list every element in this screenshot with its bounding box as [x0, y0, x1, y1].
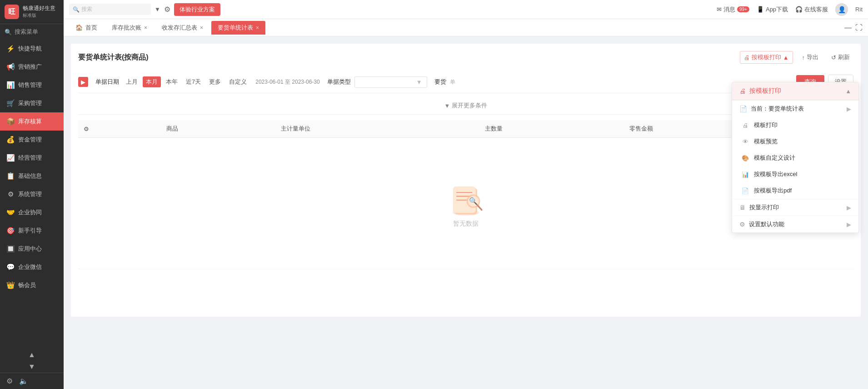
refresh-button[interactable]: ↺ 刷新	[828, 51, 853, 63]
topbar: 🔍 搜索 ▼ ⚙ 体验行业方案 ✉ 消息 99+ 📱 App下载 🎧 在线客服 …	[64, 0, 868, 19]
template-print-icon: 🖨	[741, 122, 749, 129]
default-setting-icon: ⚙	[739, 221, 745, 228]
dropdown-chevron-up-icon: ▲	[845, 88, 851, 95]
display-print-item[interactable]: 🖥 按显示打印 ▶	[732, 199, 858, 216]
print-button[interactable]: 🖨 按模板打印 ▲	[740, 51, 793, 64]
sidebar-item-wechat[interactable]: 💬 企业微信	[0, 258, 64, 276]
export-excel-icon: 📊	[741, 171, 749, 178]
message-btn[interactable]: ✉ 消息 99+	[717, 5, 749, 14]
online-service-btn[interactable]: 🎧 在线客服	[795, 5, 828, 14]
sidebar-scroll-up[interactable]: ▲	[0, 349, 64, 361]
appstore-icon: 🔲	[6, 245, 15, 253]
date-buttons: 上月 本月 本年 近7天 更多 自定义	[123, 76, 250, 87]
marketing-icon: 📢	[6, 63, 15, 71]
date-btn-last7[interactable]: 近7天	[183, 76, 204, 87]
filter-date-section: 单据日期 上月 本月 本年 近7天 更多 自定义 2023-06-01 至 20…	[95, 76, 320, 87]
promo-button[interactable]: 体验行业方案	[174, 3, 220, 16]
template-print-item[interactable]: 🖨 模板打印	[732, 117, 858, 133]
expand-more-button[interactable]: ▼ 展开更多条件	[435, 100, 497, 111]
message-icon: ✉	[717, 6, 722, 13]
sidebar-search[interactable]: 🔍 搜索菜单	[0, 24, 64, 40]
topbar-dropdown-icon[interactable]: ▼	[155, 6, 160, 13]
username-label: Rit	[855, 6, 863, 13]
guide-icon: 🎯	[6, 227, 15, 235]
purchase-icon: 🛒	[6, 99, 15, 107]
date-range-label: 2023-06-01 至 2023-06-30	[255, 78, 319, 86]
template-preview-item[interactable]: 👁 模板预览	[732, 133, 858, 150]
sidebar-item-finance[interactable]: 💰 资金管理	[0, 131, 64, 149]
sidebar-item-member[interactable]: 👑 畅会员	[0, 276, 64, 294]
main-area: 🔍 搜索 ▼ ⚙ 体验行业方案 ✉ 消息 99+ 📱 App下载 🎧 在线客服 …	[64, 0, 868, 389]
export-pdf-item[interactable]: 📄 按模板导出pdf	[732, 182, 858, 199]
minimize-button[interactable]: —	[844, 24, 852, 32]
sidebar-item-quick-nav[interactable]: ⚡ 快捷导航	[0, 40, 64, 58]
sidebar-nav: ⚡ 快捷导航 📢 营销推广 📊 销售管理 🛒 采购管理 📦 库存核算 💰 资金管…	[0, 40, 64, 349]
message-badge: 99+	[737, 6, 749, 12]
sales-icon: 📊	[6, 81, 15, 89]
sidebar-item-guide[interactable]: 🎯 新手引导	[0, 222, 64, 240]
footer-sound-icon[interactable]: 🔈	[19, 377, 28, 385]
printer-icon: 🖨	[744, 54, 750, 61]
tab-close-order-stats[interactable]: ×	[256, 25, 259, 31]
export-excel-item[interactable]: 📊 按模板导出excel	[732, 166, 858, 182]
sidebar-item-inventory[interactable]: 📦 库存核算	[0, 112, 64, 131]
page-title: 要货单统计表(按商品)	[78, 53, 149, 62]
tab-order-stats[interactable]: 要货单统计表 ×	[211, 21, 265, 35]
display-print-chevron: ▶	[847, 204, 851, 211]
current-chevron-icon: ▶	[847, 106, 851, 112]
topbar-settings-icon[interactable]: ⚙	[164, 5, 170, 14]
topbar-right: ✉ 消息 99+ 📱 App下载 🎧 在线客服 👤 Rit	[717, 3, 863, 16]
finance-icon: 💰	[6, 136, 15, 144]
export-button[interactable]: ↑ 导出	[798, 51, 823, 63]
tab-receipt-summary[interactable]: 收发存汇总表 ×	[155, 21, 210, 35]
empty-illustration: 🔍	[443, 179, 489, 220]
sidebar-scroll-down[interactable]: ▼	[0, 361, 64, 373]
print-dropdown-header[interactable]: 🖨 按模板打印 ▲	[732, 82, 858, 100]
sidebar-item-sales[interactable]: 📊 销售管理	[0, 76, 64, 94]
svg-text:🔍: 🔍	[469, 197, 478, 205]
topbar-search-box: 🔍 搜索	[69, 4, 151, 15]
date-btn-custom[interactable]: 自定义	[226, 76, 250, 87]
app-name: 畅康通好生意	[23, 5, 55, 12]
tab-home[interactable]: 🏠 首页	[69, 21, 104, 35]
basic-icon: 📋	[6, 172, 15, 180]
maximize-button[interactable]: ⛶	[855, 24, 863, 32]
date-btn-prev-month[interactable]: 上月	[123, 76, 141, 87]
operation-icon: 📈	[6, 154, 15, 162]
date-btn-current-month[interactable]: 本月	[143, 76, 161, 87]
app-download-btn[interactable]: 📱 App下载	[757, 5, 788, 14]
sidebar-item-operation[interactable]: 📈 经营管理	[0, 149, 64, 167]
sidebar-item-collab[interactable]: 🤝 企业协同	[0, 203, 64, 222]
inventory-icon: 📦	[6, 117, 15, 126]
filter-expand-icon[interactable]: ▶	[78, 77, 88, 87]
template-custom-item[interactable]: 🎨 模板自定义设计	[732, 150, 858, 166]
header-actions: 🖨 按模板打印 ▲ ↑ 导出 ↺ 刷新	[740, 51, 853, 64]
default-setting-item[interactable]: ⚙ 设置默认功能 ▶	[732, 216, 858, 232]
sidebar-item-system[interactable]: ⚙ 系统管理	[0, 185, 64, 203]
user-avatar[interactable]: 👤	[835, 3, 848, 16]
tab-close-inventory-batch[interactable]: ×	[144, 25, 147, 31]
type-select[interactable]: ▼	[354, 76, 427, 88]
sidebar-item-purchase[interactable]: 🛒 采购管理	[0, 94, 64, 112]
collab-icon: 🤝	[6, 208, 15, 217]
date-btn-more[interactable]: 更多	[206, 76, 224, 87]
logo-area: 旺 畅康通好生意 标准版	[0, 0, 64, 24]
member-icon: 👑	[6, 281, 15, 289]
quick-nav-icon: ⚡	[6, 45, 15, 53]
date-btn-current-year[interactable]: 本年	[163, 76, 181, 87]
table-col-unit: 主计量单位	[275, 120, 479, 138]
empty-text: 暂无数据	[453, 220, 479, 228]
tab-close-receipt-summary[interactable]: ×	[200, 25, 203, 31]
home-icon: 🏠	[75, 24, 83, 31]
footer-settings-icon[interactable]: ⚙	[6, 377, 13, 385]
app-badge: 标准版	[23, 12, 55, 19]
sidebar-item-basic[interactable]: 📋 基础信息	[0, 167, 64, 185]
sidebar-item-appstore[interactable]: 🔲 应用中心	[0, 240, 64, 258]
current-template-item[interactable]: 📄 当前：要货单统计表 ▶	[732, 100, 858, 117]
type-select-chevron: ▼	[416, 79, 422, 86]
download-icon: 📱	[757, 6, 764, 13]
system-icon: ⚙	[6, 190, 15, 198]
tab-inventory-batch[interactable]: 库存批次账 ×	[105, 21, 154, 35]
sidebar-item-marketing[interactable]: 📢 营销推广	[0, 58, 64, 76]
table-col-settings[interactable]: ⚙	[78, 120, 161, 138]
